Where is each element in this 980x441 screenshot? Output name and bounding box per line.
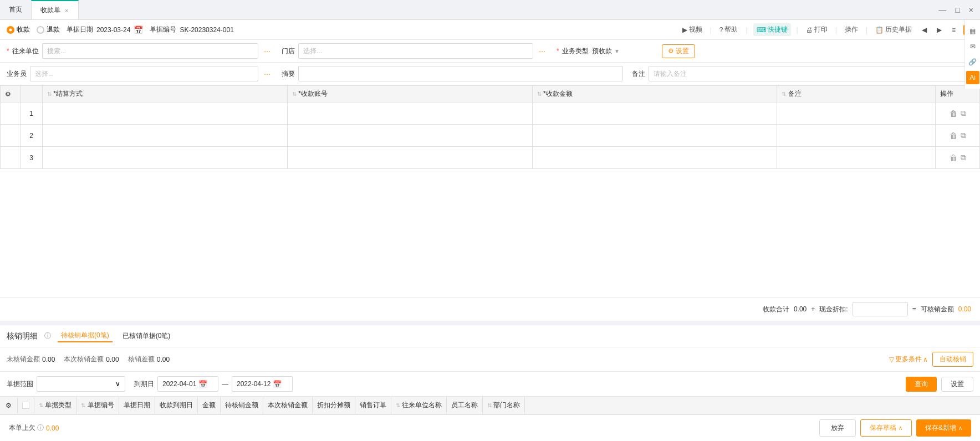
settings-icon: ⚙ — [5, 90, 11, 98]
due-date-col: 收款到期日 — [155, 397, 198, 414]
auto-writeoff-button[interactable]: 自动核销 — [932, 352, 973, 367]
nav-next-icon[interactable]: ▶ — [935, 25, 944, 35]
save-new-arrow: ∧ — [958, 425, 962, 431]
help-button[interactable]: ? 帮助 — [717, 24, 741, 35]
doc-no-value[interactable]: SK-20230324-001 — [180, 26, 233, 34]
filter-actions: 查询 设置 — [906, 377, 973, 392]
tab-home[interactable]: 首页 — [0, 0, 31, 19]
store-input[interactable]: 选择... — [298, 43, 533, 59]
history-button[interactable]: 📋 历史单据 — [873, 24, 914, 35]
copy-icon-1[interactable]: ⧉ — [961, 109, 966, 118]
settle-cell-2[interactable] — [43, 125, 288, 147]
sidebar-ai-icon[interactable]: Ai — [966, 71, 979, 84]
copy-icon-2[interactable]: ⧉ — [961, 131, 966, 140]
uncleared-stat: 未核销金额 0.00 — [7, 355, 55, 364]
discount-label: 现金折扣: — [819, 305, 848, 314]
salesperson-input[interactable]: 选择... — [30, 66, 258, 81]
action-button[interactable]: 操作 — [843, 24, 860, 35]
diff-label: 核销差额 — [128, 355, 155, 364]
sidebar-link-icon[interactable]: 🔗 — [966, 55, 979, 69]
form-row-1: * 往来单位 搜索... ··· 门店 选择... ··· * 业务类型 预收款… — [0, 40, 980, 63]
stats-row: 未核销金额 0.00 本次核销金额 0.00 核销差额 0.00 ▽ 更多条件 … — [0, 347, 980, 372]
print-button[interactable]: 🖨 打印 — [804, 24, 830, 35]
delete-icon-2[interactable]: 🗑 — [950, 131, 957, 140]
done-writeoff-tab[interactable]: 已核销单据(0笔) — [119, 330, 174, 342]
sort-icon7: ⇅ — [396, 402, 400, 408]
remarks-cell-1[interactable] — [777, 102, 936, 125]
date-to-input[interactable]: 2022-04-12 📅 — [232, 376, 293, 392]
nav-prev-icon[interactable]: ◀ — [920, 25, 929, 35]
filter-icon: ▽ — [889, 356, 894, 363]
business-type-field: * 业务类型 预收款 ▼ ⚙ 设置 — [557, 44, 973, 58]
query-button[interactable]: 查询 — [906, 377, 937, 392]
writeoff-title: 核销明细 — [7, 331, 38, 341]
refund-radio[interactable]: 退款 — [37, 25, 60, 34]
delete-icon-3[interactable]: 🗑 — [950, 153, 957, 162]
remarks-col-header: ⇅ 备注 — [777, 86, 936, 102]
partner-input[interactable]: 搜索... — [42, 43, 258, 59]
amount-cell-1[interactable] — [532, 102, 777, 125]
calendar-icon[interactable]: 📅 — [134, 25, 143, 34]
table-row: 1 🗑 ⧉ — [1, 102, 980, 125]
account-cell-1[interactable] — [287, 102, 532, 125]
remarks-input[interactable]: 请输入备注 — [649, 66, 973, 81]
receipt-radio[interactable]: 收款 — [7, 25, 30, 34]
salesperson-label: 业务员 — [7, 69, 27, 79]
minimize-button[interactable]: — — [936, 3, 948, 17]
abandon-button[interactable]: 放弃 — [819, 419, 856, 437]
keyboard-icon: ⌨ — [757, 26, 766, 34]
account-cell-3[interactable] — [287, 147, 532, 169]
close-button[interactable]: × — [967, 3, 976, 17]
remarks-cell-3[interactable] — [777, 147, 936, 169]
sidebar-table-icon[interactable]: ▦ — [966, 24, 979, 38]
footer-info-icon[interactable]: ⓘ — [37, 423, 44, 433]
copy-icon-3[interactable]: ⧉ — [961, 153, 966, 162]
more-conditions-button[interactable]: ▽ 更多条件 ∧ — [889, 355, 928, 364]
table-row: 3 🗑 ⧉ — [1, 147, 980, 169]
list-view-icon[interactable]: ≡ — [950, 25, 958, 35]
salesperson-more-icon[interactable]: ··· — [262, 69, 273, 78]
writeoff-header: 核销明细 ⓘ 待核销单据(0笔) 已核销单据(0笔) — [0, 325, 980, 347]
sidebar-mail-icon[interactable]: ✉ — [966, 40, 979, 53]
tab-receipt[interactable]: 收款单 × — [31, 0, 79, 19]
amount-cell-3[interactable] — [532, 147, 777, 169]
settings-col-bottom[interactable]: ⚙ — [0, 398, 18, 413]
delete-icon-1[interactable]: 🗑 — [950, 109, 957, 118]
pending-writeoff-tab[interactable]: 待核销单据(0笔) — [58, 330, 113, 342]
receipt-table-container: ⚙ ⇅ *结算方式 ⇅ *收款账号 ⇅ *收款金额 — [0, 85, 980, 297]
summary-input[interactable] — [298, 66, 623, 81]
date-from-input[interactable]: 2022-04-01 📅 — [157, 376, 218, 392]
store-label: 门店 — [282, 47, 295, 56]
business-type-select[interactable]: 预收款 ▼ — [592, 47, 659, 56]
settle-cell-1[interactable] — [43, 102, 288, 125]
save-new-button[interactable]: 保存&新增 ∧ — [916, 419, 971, 437]
refund-radio-dot — [37, 26, 44, 34]
store-more-icon[interactable]: ··· — [537, 47, 548, 55]
account-cell-2[interactable] — [287, 125, 532, 147]
save-draft-button[interactable]: 保存草稿 ∧ — [860, 419, 912, 437]
tab-close-icon[interactable]: × — [64, 6, 69, 15]
settings-col-header[interactable]: ⚙ — [1, 86, 21, 102]
pending-amount-col: 待核销金额 — [221, 397, 263, 414]
plus-sign: + — [811, 305, 815, 313]
shortcut-button[interactable]: ⌨ 快捷键 — [753, 23, 791, 36]
divider2: | — [746, 26, 747, 34]
discount-input[interactable] — [853, 302, 908, 316]
maximize-button[interactable]: □ — [953, 3, 962, 17]
select-all-checkbox[interactable] — [22, 402, 29, 409]
writeoff-info-icon[interactable]: ⓘ — [44, 331, 51, 341]
partner-more-icon[interactable]: ··· — [262, 47, 273, 55]
settle-cell-3[interactable] — [43, 147, 288, 169]
discount-col: 折扣分摊额 — [313, 397, 355, 414]
remarks-cell-2[interactable] — [777, 125, 936, 147]
amount-cell-2[interactable] — [532, 125, 777, 147]
doc-range-select[interactable]: ∨ — [37, 376, 125, 392]
video-button[interactable]: ▶ 视频 — [680, 24, 705, 35]
doc-date-value[interactable]: 2023-03-24 — [96, 26, 130, 34]
store-field: 门店 选择... ··· — [282, 43, 548, 59]
refund-radio-label: 退款 — [47, 25, 60, 34]
receipt-radio-label: 收款 — [17, 25, 30, 34]
row-num-2: 2 — [21, 125, 43, 147]
settings-button[interactable]: ⚙ 设置 — [662, 44, 695, 58]
filter-settings-button[interactable]: 设置 — [941, 377, 973, 392]
